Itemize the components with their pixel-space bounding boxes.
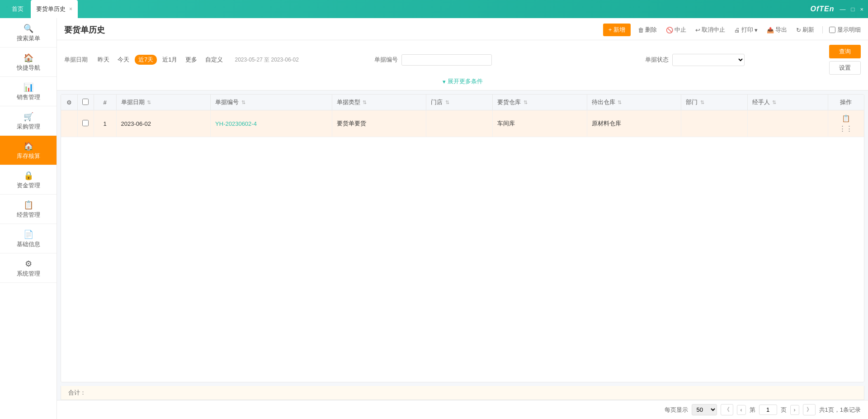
date-opt-more[interactable]: 更多 <box>183 55 200 65</box>
sidebar-item-sales-mgmt[interactable]: 📊 销售管理 <box>0 77 57 106</box>
row-edit-button[interactable]: 📋 <box>841 114 851 124</box>
date-opt-yesterday[interactable]: 昨天 <box>95 55 112 65</box>
date-opt-today[interactable]: 今天 <box>115 55 132 65</box>
col-checkbox <box>77 95 94 110</box>
col-req-warehouse: 要货仓库 ⇅ <box>492 95 587 110</box>
sidebar-item-funds-mgmt[interactable]: 🔒 资金管理 <box>0 165 57 195</box>
col-order-no-label: 单据编号 <box>215 99 239 105</box>
filter-row-1: 单据日期 昨天 今天 近7天 近1月 更多 自定义 2023-05-27 至 2… <box>64 45 861 75</box>
prev-page-button[interactable]: ‹ <box>737 405 746 415</box>
sidebar-item-operations-mgmt[interactable]: 📋 经营管理 <box>0 195 57 224</box>
operations-icon: 📋 <box>24 201 33 209</box>
table-area: ⚙ # 单据日期 ⇅ 单据编号 ⇅ <box>61 94 864 382</box>
cancel-stop-button[interactable]: ↩ 取消中止 <box>693 24 727 36</box>
page-number-input[interactable] <box>759 405 777 415</box>
window-minimize[interactable]: — <box>840 6 846 13</box>
sidebar-item-sys-mgmt[interactable]: ⚙ 系统管理 <box>0 253 57 283</box>
display-detail-button[interactable]: 显示明细 <box>829 26 861 34</box>
sidebar-item-quick-nav[interactable]: 🏠 快捷导航 <box>0 48 57 77</box>
export-button[interactable]: 📤 导出 <box>765 24 789 36</box>
total-info: 共1页，1条记录 <box>819 406 861 414</box>
sidebar-item-basic-info[interactable]: 📄 基础信息 <box>0 224 57 253</box>
purchase-icon: 🛒 <box>24 113 33 121</box>
per-page-select[interactable]: 50 20 100 200 <box>692 404 717 415</box>
print-button[interactable]: 🖨 打印 ▾ <box>732 24 760 36</box>
export-icon: 📤 <box>767 27 774 33</box>
order-no-label: 单据编号 <box>374 56 398 64</box>
col-pending-warehouse-sort-icon[interactable]: ⇅ <box>618 100 622 105</box>
col-req-warehouse-sort-icon[interactable]: ⇅ <box>524 100 528 105</box>
settings-button[interactable]: 设置 <box>829 61 861 75</box>
col-dept-sort-icon[interactable]: ⇅ <box>700 100 704 105</box>
sidebar-label-funds-mgmt: 资金管理 <box>17 181 40 190</box>
tab-close-icon[interactable]: × <box>69 6 72 12</box>
data-table: ⚙ # 单据日期 ⇅ 单据编号 ⇅ <box>61 95 864 137</box>
delete-icon: 🗑 <box>638 27 644 33</box>
tab-active[interactable]: 要货单历史 × <box>31 0 78 18</box>
row-order-no-link[interactable]: YH-20230602-4 <box>215 120 257 127</box>
col-settings[interactable]: ⚙ <box>61 95 77 110</box>
col-order-type-sort-icon[interactable]: ⇅ <box>363 100 367 105</box>
col-store-sort-icon[interactable]: ⇅ <box>445 100 449 105</box>
table-footer: 合计： <box>61 386 864 400</box>
row-checkbox[interactable] <box>82 120 89 126</box>
refresh-button[interactable]: ↻ 刷新 <box>794 24 816 36</box>
top-bar-right: OfTEn — □ × <box>811 5 863 13</box>
stop-button[interactable]: 🚫 中止 <box>664 24 688 36</box>
last-page-button[interactable]: 》 <box>803 404 816 415</box>
sidebar-item-purchase-mgmt[interactable]: 🛒 采购管理 <box>0 106 57 136</box>
page-prefix-label: 第 <box>750 406 755 414</box>
sidebar-label-quick-nav: 快捷导航 <box>17 64 40 72</box>
row-store-cell <box>426 110 493 137</box>
page-title: 要货单历史 <box>64 24 105 35</box>
col-handler: 经手人 ⇅ <box>747 95 828 110</box>
col-order-no-sort-icon[interactable]: ⇅ <box>241 100 245 105</box>
sales-icon: 📊 <box>24 83 33 91</box>
new-button[interactable]: + 新增 <box>603 24 631 36</box>
first-page-button[interactable]: 《 <box>721 404 733 415</box>
query-button[interactable]: 查询 <box>829 45 861 58</box>
inventory-icon: 🏠 <box>24 142 33 150</box>
col-date: 单据日期 ⇅ <box>116 95 211 110</box>
print-dropdown-icon: ▾ <box>755 27 758 33</box>
sidebar-label-inventory-calc: 库存核算 <box>17 152 40 160</box>
date-opt-1month[interactable]: 近1月 <box>160 55 180 65</box>
col-order-no: 单据编号 ⇅ <box>211 95 332 110</box>
window-maximize[interactable]: □ <box>851 6 855 13</box>
display-detail-checkbox[interactable] <box>829 27 835 33</box>
col-handler-label: 经手人 <box>752 99 770 105</box>
window-close[interactable]: × <box>860 6 863 13</box>
stop-label: 中止 <box>675 26 686 34</box>
next-page-button[interactable]: › <box>790 405 799 415</box>
row-more-button[interactable]: ⋮⋮ <box>838 124 854 133</box>
row-handler-cell <box>747 110 828 137</box>
export-label: 导出 <box>775 26 787 34</box>
date-opt-7days[interactable]: 近7天 <box>135 55 157 65</box>
col-date-sort-icon[interactable]: ⇅ <box>147 100 151 105</box>
row-order-type-cell: 要货单要货 <box>332 110 426 137</box>
col-handler-sort-icon[interactable]: ⇅ <box>772 100 776 105</box>
select-all-checkbox[interactable] <box>82 99 89 105</box>
date-opt-custom[interactable]: 自定义 <box>203 55 226 65</box>
col-order-type: 单据类型 ⇅ <box>332 95 426 110</box>
date-label: 单据日期 <box>64 56 88 64</box>
expand-more-label: 展开更多条件 <box>448 77 483 86</box>
row-order-no-cell: YH-20230602-4 <box>211 110 332 137</box>
order-no-input[interactable] <box>401 54 492 66</box>
display-detail-label: 显示明细 <box>837 26 861 34</box>
order-no-filter: 单据编号 <box>306 54 561 66</box>
sidebar: 🔍 搜索菜单 🏠 快捷导航 📊 销售管理 🛒 采购管理 🏠 库存核算 🔒 资金管… <box>0 18 57 419</box>
sidebar-item-inventory-calc[interactable]: 🏠 库存核算 <box>0 136 57 165</box>
sidebar-label-purchase-mgmt: 采购管理 <box>17 123 40 131</box>
top-bar: 首页 要货单历史 × OfTEn — □ × <box>0 0 868 18</box>
sidebar-item-search-menu[interactable]: 🔍 搜索菜单 <box>0 18 57 48</box>
divider <box>822 26 823 33</box>
status-select[interactable] <box>672 54 745 66</box>
tab-home[interactable]: 首页 <box>5 0 31 18</box>
delete-button[interactable]: 🗑 删除 <box>636 24 659 36</box>
query-buttons: 查询 设置 <box>829 45 861 75</box>
home-icon: 🏠 <box>24 54 33 62</box>
col-req-warehouse-label: 要货仓库 <box>497 99 521 105</box>
expand-more-btn[interactable]: ▾ 展开更多条件 <box>64 77 861 86</box>
col-date-label: 单据日期 <box>121 99 145 105</box>
